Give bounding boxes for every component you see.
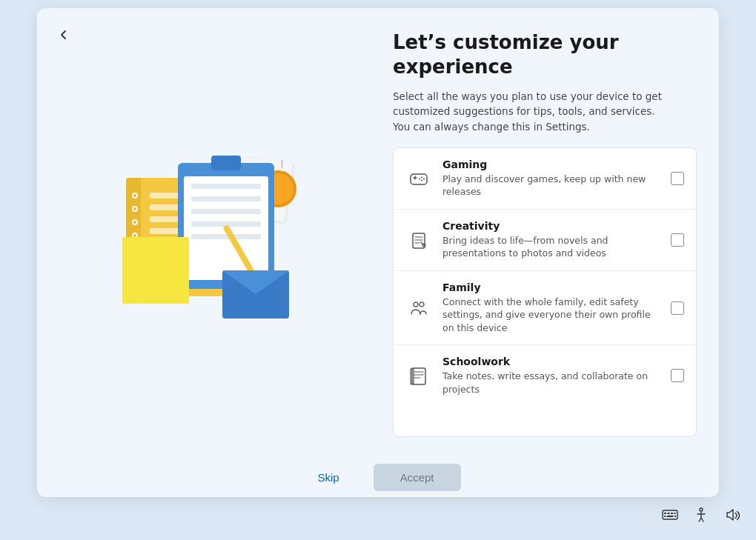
- svg-point-28: [700, 508, 703, 511]
- keyboard-icon[interactable]: [661, 506, 679, 524]
- schoolwork-icon: [405, 362, 432, 389]
- gaming-icon: [405, 165, 432, 192]
- volume-icon[interactable]: [723, 506, 741, 524]
- accept-button[interactable]: Accept: [374, 464, 461, 491]
- schoolwork-desc: Take notes, write essays, and collaborat…: [442, 370, 660, 396]
- envelope-decoration: [222, 270, 289, 319]
- family-icon: [405, 295, 432, 321]
- main-window: Let’s customize your experience Select a…: [37, 8, 719, 497]
- family-desc: Connect with the whole family, edit safe…: [442, 296, 660, 335]
- gaming-checkbox[interactable]: [671, 172, 684, 185]
- family-text: Family Connect with the whole family, ed…: [442, 281, 660, 335]
- svg-point-4: [421, 176, 422, 178]
- schoolwork-text: Schoolwork Take notes, write essays, and…: [442, 356, 660, 396]
- svg-rect-23: [671, 513, 673, 514]
- options-container: Gaming Play and discover games, keep up …: [393, 147, 697, 437]
- creativity-desc: Bring ideas to life—from novels and pres…: [442, 234, 660, 260]
- taskbar: [0, 497, 756, 533]
- schoolwork-checkbox[interactable]: [671, 369, 684, 382]
- svg-line-31: [699, 518, 701, 521]
- gaming-title: Gaming: [442, 159, 660, 170]
- option-schoolwork[interactable]: Schoolwork Take notes, write essays, and…: [394, 345, 696, 406]
- skip-button[interactable]: Skip: [295, 464, 361, 491]
- right-panel: Let’s customize your experience Select a…: [393, 23, 719, 452]
- illustration-panel: [37, 23, 393, 452]
- svg-rect-20: [663, 510, 677, 519]
- svg-rect-15: [412, 368, 425, 384]
- creativity-checkbox[interactable]: [671, 233, 684, 247]
- page-title: Let’s customize your experience: [393, 30, 697, 81]
- options-scroll[interactable]: Gaming Play and discover games, keep up …: [394, 148, 696, 436]
- schoolwork-title: Schoolwork: [442, 356, 660, 367]
- family-title: Family: [442, 281, 660, 293]
- svg-line-32: [701, 518, 703, 521]
- svg-rect-25: [664, 516, 666, 517]
- svg-rect-27: [674, 516, 676, 517]
- svg-rect-24: [674, 513, 676, 514]
- svg-point-6: [421, 179, 422, 181]
- page-subtitle: Select all the ways you plan to use your…: [393, 89, 674, 134]
- svg-point-7: [419, 178, 420, 179]
- option-gaming[interactable]: Gaming Play and discover games, keep up …: [394, 148, 696, 210]
- gaming-desc: Play and discover games, keep up with ne…: [442, 173, 660, 199]
- creativity-title: Creativity: [442, 220, 660, 232]
- steam-decoration: [281, 159, 283, 168]
- svg-point-5: [423, 178, 425, 179]
- illustration: [119, 148, 311, 326]
- gaming-text: Gaming Play and discover games, keep up …: [442, 159, 660, 199]
- footer: Skip Accept: [37, 452, 719, 497]
- option-family[interactable]: Family Connect with the whole family, ed…: [394, 271, 696, 346]
- svg-rect-22: [668, 513, 670, 514]
- accessibility-icon[interactable]: [692, 506, 710, 524]
- yellow-note-decoration: [122, 237, 189, 304]
- family-checkbox[interactable]: [671, 301, 684, 315]
- svg-point-13: [414, 302, 418, 307]
- option-creativity[interactable]: Creativity Bring ideas to life—from nove…: [394, 210, 696, 271]
- svg-rect-21: [664, 513, 666, 514]
- svg-point-14: [420, 302, 424, 307]
- svg-rect-26: [667, 516, 674, 517]
- creativity-icon: [405, 227, 432, 253]
- content-area: Let’s customize your experience Select a…: [37, 8, 719, 452]
- creativity-text: Creativity Bring ideas to life—from nove…: [442, 220, 660, 260]
